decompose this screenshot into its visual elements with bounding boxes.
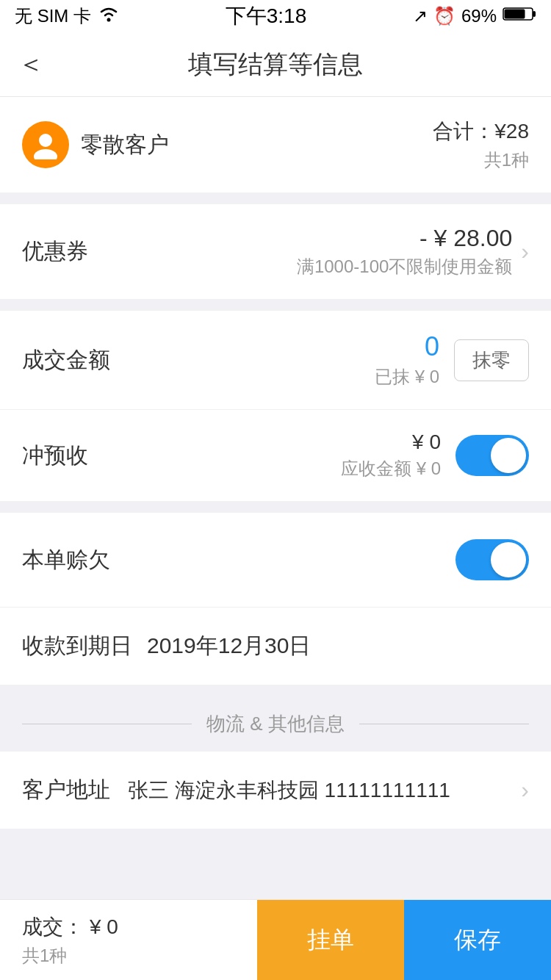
bottom-bar: 成交：¥ 0 共1种 挂单 保存 bbox=[0, 899, 551, 980]
status-right: ↗ ⏰ 69% bbox=[413, 6, 536, 26]
logistics-divider-left bbox=[22, 724, 192, 724]
credit-section: 本单赊欠 收款到期日 2019年12月30日 bbox=[0, 513, 551, 685]
customer-left: 零散客户 bbox=[22, 121, 169, 168]
page-title: 填写结算等信息 bbox=[188, 48, 363, 82]
customer-name: 零散客户 bbox=[81, 130, 169, 160]
svg-rect-2 bbox=[533, 11, 536, 17]
svg-point-0 bbox=[107, 18, 111, 22]
bottom-deal-value: ¥ 0 bbox=[90, 915, 118, 938]
credit-label: 本单赊欠 bbox=[22, 545, 110, 575]
coupon-content: - ¥ 28.00 满1000-100不限制使用金额 bbox=[297, 225, 512, 278]
deal-value-area: 0 已抹 ¥ 0 bbox=[375, 331, 439, 389]
address-row[interactable]: 客户地址 张三 海淀永丰科技园 11111111111 › bbox=[0, 752, 551, 829]
battery-icon bbox=[503, 6, 536, 26]
credit-toggle-knob bbox=[491, 542, 526, 577]
coupon-desc: 满1000-100不限制使用金额 bbox=[297, 255, 512, 278]
address-section[interactable]: 客户地址 张三 海淀永丰科技园 11111111111 › bbox=[0, 752, 551, 829]
due-date[interactable]: 2019年12月30日 bbox=[147, 631, 311, 661]
alarm-icon: ⏰ bbox=[433, 6, 455, 26]
due-row: 收款到期日 2019年12月30日 bbox=[0, 608, 551, 685]
address-chevron-icon: › bbox=[521, 777, 529, 804]
bottom-deal-label: 成交： bbox=[22, 915, 84, 938]
deal-section: 成交金额 0 已抹 ¥ 0 抹零 冲预收 ¥ 0 应收金额 ¥ 0 bbox=[0, 311, 551, 501]
svg-point-5 bbox=[34, 149, 57, 159]
coupon-label: 优惠券 bbox=[22, 237, 88, 267]
prepay-sub: 应收金额 ¥ 0 bbox=[341, 457, 441, 480]
back-button[interactable]: ＜ bbox=[18, 46, 44, 82]
location-icon: ↗ bbox=[413, 6, 428, 26]
customer-avatar bbox=[22, 121, 69, 168]
logistics-text: 物流 & 其他信息 bbox=[206, 711, 345, 737]
prepay-toggle[interactable] bbox=[455, 435, 529, 476]
credit-toggle[interactable] bbox=[455, 539, 529, 580]
nav-bar: ＜ 填写结算等信息 bbox=[0, 32, 551, 97]
deal-value[interactable]: 0 bbox=[375, 331, 439, 362]
prepay-value-area: ¥ 0 应收金额 ¥ 0 bbox=[341, 430, 441, 480]
coupon-chevron-icon: › bbox=[521, 238, 529, 265]
status-left: 无 SIM 卡 bbox=[15, 4, 119, 28]
bottom-info: 成交：¥ 0 共1种 bbox=[0, 913, 257, 968]
credit-row: 本单赊欠 bbox=[0, 513, 551, 608]
address-label: 客户地址 bbox=[22, 775, 110, 805]
prepay-right: ¥ 0 应收金额 ¥ 0 bbox=[341, 430, 529, 480]
svg-rect-3 bbox=[505, 10, 525, 19]
no-sim-text: 无 SIM 卡 bbox=[15, 4, 91, 28]
toggle-knob bbox=[491, 438, 526, 473]
coupon-right: - ¥ 28.00 满1000-100不限制使用金额 › bbox=[297, 225, 529, 278]
deal-label: 成交金额 bbox=[22, 345, 110, 375]
logistics-line: 物流 & 其他信息 bbox=[22, 711, 529, 737]
status-bar: 无 SIM 卡 下午3:18 ↗ ⏰ 69% bbox=[0, 0, 551, 32]
prepay-row: 冲预收 ¥ 0 应收金额 ¥ 0 bbox=[0, 410, 551, 501]
deal-sub: 已抹 ¥ 0 bbox=[375, 365, 439, 389]
logistics-banner: 物流 & 其他信息 bbox=[0, 696, 551, 752]
save-button[interactable]: 保存 bbox=[404, 900, 551, 981]
coupon-section[interactable]: 优惠券 - ¥ 28.00 满1000-100不限制使用金额 › bbox=[0, 204, 551, 299]
total-amount: 合计：¥28 bbox=[433, 118, 529, 145]
prepay-label: 冲预收 bbox=[22, 441, 88, 471]
address-content: 张三 海淀永丰科技园 11111111111 bbox=[128, 777, 521, 804]
status-time: 下午3:18 bbox=[226, 2, 307, 30]
hang-button[interactable]: 挂单 bbox=[257, 900, 404, 981]
svg-point-4 bbox=[39, 134, 52, 147]
deal-row: 成交金额 0 已抹 ¥ 0 抹零 bbox=[0, 311, 551, 410]
coupon-amount: - ¥ 28.00 bbox=[297, 225, 512, 252]
bottom-count: 共1种 bbox=[22, 944, 235, 968]
wifi-icon bbox=[98, 6, 119, 26]
total-count: 共1种 bbox=[433, 148, 529, 172]
battery-text: 69% bbox=[461, 6, 497, 26]
bottom-deal-amount: 成交：¥ 0 bbox=[22, 913, 235, 941]
prepay-main: ¥ 0 bbox=[341, 430, 441, 454]
customer-section: 零散客户 合计：¥28 共1种 bbox=[0, 97, 551, 192]
customer-right: 合计：¥28 共1种 bbox=[433, 118, 529, 172]
round-zero-button[interactable]: 抹零 bbox=[454, 339, 529, 381]
logistics-divider-right bbox=[359, 724, 529, 724]
due-label: 收款到期日 bbox=[22, 631, 132, 661]
deal-right: 0 已抹 ¥ 0 抹零 bbox=[375, 331, 529, 389]
coupon-row[interactable]: 优惠券 - ¥ 28.00 满1000-100不限制使用金额 › bbox=[0, 204, 551, 299]
